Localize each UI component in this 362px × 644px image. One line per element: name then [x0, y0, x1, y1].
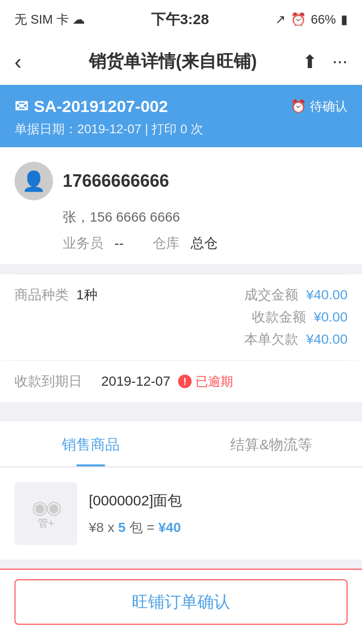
- status-right: ↗ ⏰ 66% ▮: [275, 12, 348, 27]
- summary-amounts: 成交金额 ¥40.00 收款金额 ¥0.00 本单欠款 ¥40.00: [244, 286, 348, 349]
- salesperson-label: 业务员: [63, 236, 103, 251]
- product-thumbnail: ◉◉ 管+: [14, 482, 77, 545]
- product-type-label: 商品种类: [14, 286, 69, 304]
- amount-row-0: 成交金额 ¥40.00: [244, 286, 348, 304]
- divider-3: [0, 412, 362, 421]
- amount-value-0: ¥40.00: [306, 287, 348, 303]
- amount-row-2: 本单欠款 ¥40.00: [244, 330, 348, 349]
- customer-info: 张，156 6666 6666: [14, 208, 348, 226]
- amount-value-2: ¥40.00: [306, 332, 348, 347]
- brand-plus: 管+: [38, 516, 55, 531]
- due-date-value: 2019-12-07: [101, 374, 170, 389]
- overdue-icon: !: [178, 375, 192, 388]
- tab-sales[interactable]: 销售商品: [0, 421, 181, 466]
- equals-sign: =: [147, 520, 158, 535]
- order-date: 单据日期：2019-12-07 | 打印 0 次: [14, 121, 348, 138]
- amount-value-1: ¥0.00: [314, 309, 348, 325]
- product-info: [0000002]面包 ¥8 x 5 包 = ¥40: [89, 491, 348, 537]
- order-id-value: SA-20191207-002: [34, 97, 168, 116]
- order-id: ✉ SA-20191207-002: [14, 97, 168, 116]
- product-name: [0000002]面包: [89, 491, 348, 511]
- customer-meta: 业务员 -- 仓库 总仓: [14, 234, 348, 252]
- salesperson-value: --: [114, 236, 124, 251]
- page-title: 销货单详情(来自旺铺): [89, 50, 257, 73]
- product-type-value: 1种: [76, 286, 97, 304]
- overdue-badge: ! 已逾期: [178, 373, 233, 390]
- due-date-label: 收款到期日: [14, 372, 82, 391]
- summary-card: 商品种类 1种 成交金额 ¥40.00 收款金额 ¥0.00 本单欠款 ¥40.…: [0, 274, 362, 360]
- time-display: 下午3:28: [151, 10, 209, 29]
- amount-label-0: 成交金额: [244, 286, 298, 304]
- product-price: ¥8: [89, 520, 104, 535]
- alarm-icon: ⏰: [291, 12, 306, 27]
- battery-label: 66%: [311, 12, 336, 27]
- amount-label-1: 收款金额: [252, 308, 306, 326]
- amount-label-2: 本单欠款: [244, 330, 298, 349]
- product-total: ¥40: [158, 520, 181, 535]
- tab-settlement[interactable]: 结算&物流等: [181, 421, 362, 466]
- owl-icon: ◉◉: [32, 497, 60, 518]
- product-list: ◉◉ 管+ [0000002]面包 ¥8 x 5 包 = ¥40: [0, 468, 362, 560]
- due-date-spacer: [90, 374, 94, 389]
- status-left: 无 SIM 卡 ☁: [14, 11, 85, 28]
- amount-row-1: 收款金额 ¥0.00: [252, 308, 348, 326]
- bottom-bar: 旺铺订单确认: [0, 569, 362, 644]
- clock-icon: ⏰: [291, 99, 306, 114]
- more-icon[interactable]: ···: [332, 51, 348, 72]
- warehouse-value: 总仓: [191, 236, 218, 251]
- email-icon: ✉: [14, 97, 28, 116]
- table-row: ◉◉ 管+ [0000002]面包 ¥8 x 5 包 = ¥40: [0, 468, 362, 560]
- warehouse-label: 仓库: [153, 236, 180, 251]
- product-price-row: ¥8 x 5 包 = ¥40: [89, 518, 348, 537]
- status-label: 待确认: [310, 98, 348, 115]
- order-header: ✉ SA-20191207-002 ⏰ 待确认 单据日期：2019-12-07 …: [0, 85, 362, 147]
- location-icon: ↗: [275, 12, 286, 27]
- nav-bar: ‹ 销货单详情(来自旺铺) ⬆ ···: [0, 39, 362, 85]
- share-icon[interactable]: ⬆: [302, 51, 318, 72]
- customer-card: 👤 17666666666 张，156 6666 6666 业务员 -- 仓库 …: [0, 147, 362, 264]
- product-unit: 包: [129, 520, 143, 535]
- multiply-sign: x: [108, 520, 118, 535]
- order-status: ⏰ 待确认: [291, 98, 348, 115]
- tabs: 销售商品 结算&物流等: [0, 421, 362, 467]
- product-qty: 5: [118, 520, 126, 535]
- avatar: 👤: [14, 162, 53, 200]
- sim-label: 无 SIM 卡 ☁: [14, 11, 85, 28]
- overdue-label: 已逾期: [195, 373, 233, 390]
- battery-icon: ▮: [341, 12, 348, 27]
- back-button[interactable]: ‹: [14, 50, 43, 74]
- nav-actions: ⬆ ···: [302, 51, 348, 72]
- customer-name: 17666666666: [63, 171, 169, 191]
- confirm-order-button[interactable]: 旺铺订单确认: [14, 579, 348, 625]
- due-date-card: 收款到期日 2019-12-07 ! 已逾期: [0, 361, 362, 402]
- status-bar: 无 SIM 卡 ☁ 下午3:28 ↗ ⏰ 66% ▮: [0, 0, 362, 39]
